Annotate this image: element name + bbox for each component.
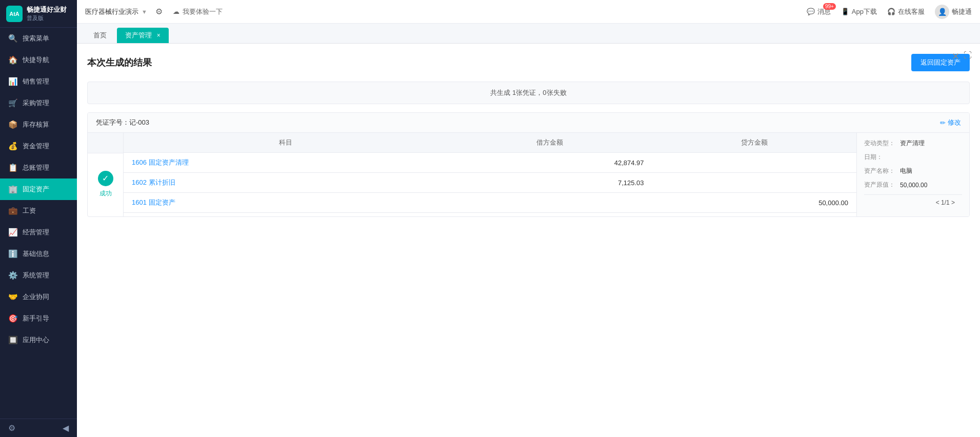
table-row: 1606 固定资产清理 42,874.97: [124, 153, 856, 173]
asset-name-row: 资产名称： 电脑: [864, 167, 962, 175]
headset-icon: 🎧: [887, 8, 895, 15]
sidebar-label-8: 工资: [23, 206, 36, 215]
sidebar-item-销售管理[interactable]: 📊 销售管理: [0, 71, 77, 92]
sidebar-icon-10: ℹ️: [8, 249, 17, 259]
sidebar-icon-3: 🛒: [8, 98, 17, 108]
sidebar-icon-12: 🤝: [8, 292, 17, 302]
credit-cell: [652, 153, 856, 173]
sidebar-item-采购管理[interactable]: 🛒 采购管理: [0, 92, 77, 114]
edit-button[interactable]: ✏ 修改: [940, 118, 961, 127]
cloud-icon: ☁: [173, 8, 179, 15]
sidebar-item-固定资产[interactable]: 🏢 固定资产: [0, 178, 77, 200]
sidebar-item-快捷导航[interactable]: 🏠 快捷导航: [0, 49, 77, 71]
success-icon: ✓: [98, 171, 113, 186]
topbar-right: 💬 消息 99+ 📱 App下载 🎧 在线客服 👤 畅捷通: [807, 5, 972, 19]
sidebar-item-新手引导[interactable]: 🎯 新手引导: [0, 308, 77, 329]
sidebar-item-工资[interactable]: 💼 工资: [0, 200, 77, 222]
logo-text: 畅捷通好业财: [27, 5, 67, 14]
asset-name-label: 资产名称：: [864, 167, 900, 175]
col-subject: 科目: [124, 133, 448, 153]
sidebar-label-3: 采购管理: [23, 98, 49, 108]
sidebar-label-2: 销售管理: [23, 77, 49, 86]
sidebar-item-应用中心[interactable]: 🔲 应用中心: [0, 329, 77, 351]
user-menu[interactable]: 👤 畅捷通: [935, 5, 972, 19]
sidebar-item-系统管理[interactable]: ⚙️ 系统管理: [0, 265, 77, 286]
sidebar-icon-0: 🔍: [8, 34, 17, 43]
col-credit: 贷方金额: [652, 133, 856, 153]
close-page-icon[interactable]: ✕: [952, 51, 959, 62]
credit-cell: [652, 173, 856, 193]
summary-bar: 共生成 1张凭证，0张失败: [87, 82, 970, 104]
online-service-button[interactable]: 🎧 在线客服: [887, 7, 925, 16]
sidebar-label-9: 经营管理: [23, 228, 49, 237]
credit-cell: 50,000.00: [652, 193, 856, 213]
collapse-icon[interactable]: ◀: [63, 423, 69, 433]
chevron-down-icon: ▼: [142, 9, 147, 15]
tabbar: 首页 资产管理 ×: [77, 24, 980, 44]
original-value-value: 50,000.00: [900, 182, 927, 189]
sidebar-label-14: 应用中心: [23, 335, 49, 345]
sidebar-label-10: 基础信息: [23, 249, 49, 259]
change-type-row: 变动类型： 资产清理: [864, 139, 962, 148]
avatar: 👤: [935, 5, 949, 19]
sidebar-label-12: 企业协同: [23, 292, 49, 302]
side-pagination: < 1/1 >: [864, 194, 962, 210]
voucher-section: 凭证字号：记-003 ✏ 修改 ✓ 成功: [87, 112, 970, 217]
message-button[interactable]: 💬 消息 99+: [807, 7, 831, 16]
sidebar-item-企业协同[interactable]: 🤝 企业协同: [0, 286, 77, 308]
sidebar-icon-8: 💼: [8, 206, 17, 215]
company-selector[interactable]: 医疗器械行业演示 ▼: [85, 7, 147, 16]
change-type-label: 变动类型：: [864, 139, 900, 148]
sidebar-item-资金管理[interactable]: 💰 资金管理: [0, 135, 77, 157]
sidebar-icon-7: 🏢: [8, 185, 17, 194]
sidebar-icon-14: 🔲: [8, 335, 17, 345]
sidebar-label-0: 搜索菜单: [23, 34, 49, 43]
sidebar-icon-9: 📈: [8, 228, 17, 237]
message-badge: 99+: [823, 3, 836, 10]
tab-home[interactable]: 首页: [85, 28, 115, 43]
subject-cell: 1602 累计折旧: [124, 173, 448, 193]
sidebar-item-总账管理[interactable]: 📋 总账管理: [0, 157, 77, 178]
sidebar-label-6: 总账管理: [23, 163, 49, 172]
page-title-row: 本次生成的结果 返回固定资产: [87, 54, 970, 71]
asset-name-value: 电脑: [900, 167, 912, 175]
sidebar-item-库存核算[interactable]: 📦 库存核算: [0, 114, 77, 135]
main-content: 医疗器械行业演示 ▼ ⚙ ☁ 我要体验一下 💬 消息 99+ 📱 App下载 🎧…: [77, 0, 980, 437]
sidebar-item-经营管理[interactable]: 📈 经营管理: [0, 222, 77, 243]
company-name: 医疗器械行业演示: [85, 7, 138, 16]
debit-cell: [448, 193, 652, 213]
change-type-value: 资产清理: [900, 139, 925, 148]
gear-icon[interactable]: ⚙: [155, 7, 163, 16]
sidebar-label-4: 库存核算: [23, 120, 49, 129]
tab-asset-management[interactable]: 资产管理 ×: [117, 28, 169, 43]
sidebar-icon-2: 📊: [8, 77, 17, 86]
sidebar-logo: AtA 畅捷通好业财 普及版: [0, 0, 77, 28]
sidebar-item-基础信息[interactable]: ℹ️ 基础信息: [0, 243, 77, 265]
sidebar-icon-4: 📦: [8, 120, 17, 129]
sidebar-bottom: ⚙ ◀: [0, 419, 77, 437]
tab-close-icon[interactable]: ×: [157, 32, 161, 39]
sidebar-label-7: 固定资产: [23, 185, 49, 194]
original-value-row: 资产原值： 50,000.00: [864, 181, 962, 189]
sidebar: AtA 畅捷通好业财 普及版 🔍 搜索菜单 🏠 快捷导航 📊 销售管理 🛒 采购…: [0, 0, 77, 437]
debit-cell: 42,874.97: [448, 153, 652, 173]
sidebar-item-搜索菜单[interactable]: 🔍 搜索菜单: [0, 28, 77, 49]
subject-cell: 1601 固定资产: [124, 193, 448, 213]
download-icon: 📱: [841, 8, 849, 15]
success-status: ✓ 成功: [88, 153, 124, 215]
settings-icon[interactable]: ⚙: [8, 423, 15, 433]
experience-button[interactable]: ☁ 我要体验一下: [173, 7, 223, 16]
expand-icon[interactable]: ⛶: [964, 51, 972, 62]
app-download-button[interactable]: 📱 App下载: [841, 7, 877, 16]
page-actions: ✕ ⛶: [952, 51, 972, 62]
topbar: 医疗器械行业演示 ▼ ⚙ ☁ 我要体验一下 💬 消息 99+ 📱 App下载 🎧…: [77, 0, 980, 24]
date-label: 日期：: [864, 153, 900, 162]
sidebar-icon-6: 📋: [8, 163, 17, 172]
status-column-header: ✓ 成功: [88, 133, 124, 216]
voucher-table: 科目 借方金额 贷方金额 1606 固定资产清理 42,874.97 1602 …: [124, 133, 856, 213]
sidebar-label-5: 资金管理: [23, 142, 49, 151]
sidebar-label-11: 系统管理: [23, 271, 49, 280]
original-value-label: 资产原值：: [864, 181, 900, 189]
page-title: 本次生成的结果: [87, 56, 152, 69]
sidebar-icon-13: 🎯: [8, 314, 17, 323]
